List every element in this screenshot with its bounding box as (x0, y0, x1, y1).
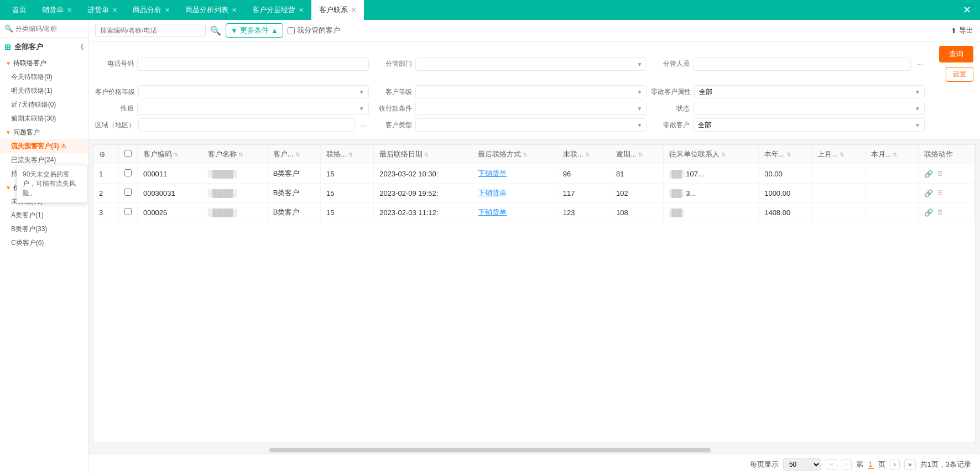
sort-icon: ⇅ (786, 152, 791, 158)
checkbox-header[interactable] (118, 145, 137, 164)
more-actions-icon[interactable]: ⠿ (937, 208, 943, 217)
more-conditions-button[interactable]: ▼ 更多条件 ▲ (226, 23, 283, 38)
query-button[interactable]: 查询 (939, 46, 973, 62)
row-type: B类客户 (267, 203, 320, 222)
sidebar-item-0-3[interactable]: 逾期未联络(30) (0, 112, 88, 126)
more-actions-icon[interactable]: ⠿ (937, 170, 943, 178)
horizontal-scrollbar[interactable] (93, 447, 976, 453)
link-icon[interactable]: 🔗 (924, 189, 933, 197)
row-checkbox[interactable] (124, 169, 132, 176)
scrollbar-thumb[interactable] (269, 448, 711, 452)
close-tab-purchase[interactable]: ✕ (112, 7, 117, 14)
row-actions[interactable]: 🔗 ⠿ (918, 184, 974, 203)
close-tab-customer-tier[interactable]: ✕ (299, 7, 304, 14)
close-tab-sales[interactable]: ✕ (67, 7, 72, 14)
row-last-method[interactable]: 下销货单 (472, 164, 557, 184)
sidebar-group-header-1[interactable]: ▼问题客户 (0, 126, 88, 139)
col-this-month: 本月...⇅ (865, 145, 918, 164)
main-search-input[interactable] (95, 24, 206, 37)
search-icon: 🔍 (4, 24, 13, 33)
close-tab-customer-contact[interactable]: ✕ (351, 7, 356, 14)
row-unlink-days: 123 (557, 203, 610, 222)
content-area: 🔍 ▼ 更多条件 ▲ 我分管的客户 ⬆ 导出 电话号码 (88, 20, 980, 475)
sidebar-item-0-2[interactable]: 近7天待联络(0) (0, 98, 88, 112)
region-dots-icon[interactable]: ··· (358, 121, 369, 129)
row-checkbox-cell[interactable] (118, 184, 137, 203)
my-customers-checkbox[interactable]: 我分管的客户 (288, 25, 340, 35)
row-last-method[interactable]: 下销货单 (472, 203, 557, 222)
sidebar-item-1-0[interactable]: 流失预警客户(3) ⚠ (0, 139, 88, 153)
first-page-button[interactable]: « (826, 459, 837, 470)
select-all-checkbox[interactable] (124, 150, 132, 157)
row-checkbox[interactable] (124, 208, 132, 215)
col-type: 客户...⇅ (267, 145, 320, 164)
sidebar-search-input[interactable] (15, 25, 84, 33)
last-method-link[interactable]: 下销货单 (478, 169, 507, 178)
col-last-month: 上月...⇅ (812, 145, 865, 164)
sidebar-item-2-3[interactable]: C类客户(6) (0, 236, 88, 250)
row-this-month (865, 203, 918, 222)
link-icon[interactable]: 🔗 (924, 208, 933, 217)
person-dots-icon[interactable]: ··· (914, 60, 925, 68)
scatter-customer-select-wrap: 全部 ▼ (693, 118, 925, 132)
page-size-select[interactable]: 50 100 200 (783, 458, 821, 471)
sidebar-item-2-1[interactable]: A类客户(1) (0, 208, 88, 222)
sidebar-group-header-0[interactable]: ▼待联络客户 (0, 56, 88, 70)
sidebar-item-2-2[interactable]: B类客户(33) (0, 222, 88, 236)
close-tab-goods-list[interactable]: ✕ (232, 7, 237, 14)
customer-type-select[interactable] (415, 118, 647, 132)
search-button[interactable]: 🔍 (210, 25, 221, 36)
sidebar-item-0-0[interactable]: 今天待联络(0) (0, 70, 88, 84)
close-tab-goods-analysis[interactable]: ✕ (165, 7, 170, 14)
payment-select[interactable] (415, 102, 647, 115)
sidebar-item-0-1[interactable]: 明天待联络(1) (0, 84, 88, 98)
row-checkbox-cell[interactable] (118, 203, 137, 222)
settings-gear-header[interactable]: ⚙ (93, 145, 118, 164)
person-input[interactable] (693, 58, 911, 71)
settings-button[interactable]: 设置 (946, 67, 973, 82)
close-window-button[interactable]: ✕ (958, 4, 976, 16)
status-select[interactable] (693, 102, 925, 115)
dept-select[interactable] (415, 58, 647, 71)
row-last-date: 2023-02-09 19:52: (374, 184, 472, 203)
scatter-customer-select[interactable]: 全部 (693, 118, 925, 132)
my-customers-check[interactable] (288, 27, 295, 34)
next-page-button[interactable]: › (890, 459, 900, 470)
prev-page-button[interactable]: ‹ (842, 459, 852, 470)
price-level-select[interactable] (138, 85, 369, 98)
tab-goods-analysis[interactable]: 商品分析✕ (125, 0, 178, 20)
sidebar-groups: ▼待联络客户今天待联络(0)明天待联络(1)近7天待联络(0)逾期未联络(30)… (0, 56, 88, 250)
tab-home[interactable]: 首页 (4, 0, 34, 20)
scatter-attr-select[interactable]: 全部 (694, 85, 925, 98)
last-method-link[interactable]: 下销货单 (478, 208, 507, 216)
tab-goods-list[interactable]: 商品分析列表✕ (178, 0, 244, 20)
tooltip-box: 90天未交易的客户，可能有流失风险。 (17, 165, 88, 203)
person-label: 分管人员 (651, 59, 690, 69)
main-container: 🔍 ⊞ 全部客户 《 ▼待联络客户今天待联络(0)明天待联络(1)近7天待联络(… (0, 20, 980, 475)
customer-level-select[interactable] (415, 85, 647, 98)
region-input[interactable] (138, 118, 355, 132)
row-checkbox[interactable] (124, 189, 132, 196)
tab-customer-tier[interactable]: 客户分层经营✕ (244, 0, 311, 20)
pagination-bar: 每页显示 50 100 200 « ‹ 第 1 页 › » 共1页，3条记录 (88, 453, 980, 475)
tab-sales[interactable]: 销货单✕ (34, 0, 80, 20)
filter-row-3: 性质 ▼ 收付款条件 ▼ 状态 (95, 102, 973, 115)
filter-row-4: 区域（地区） ··· 客户类型 ▼ 零散客户 全部 ▼ (95, 118, 973, 132)
nature-select[interactable] (137, 102, 369, 115)
row-actions[interactable]: 🔗 ⠿ (918, 203, 974, 222)
tab-customer-contact[interactable]: 客户联系✕ (311, 0, 364, 20)
link-icon[interactable]: 🔗 (924, 170, 933, 178)
grid-icon: ⊞ (4, 43, 11, 51)
filter-dept: 分管部门 ▼ (373, 58, 647, 71)
last-method-link[interactable]: 下销货单 (478, 189, 507, 197)
export-button[interactable]: ⬆ 导出 (951, 25, 973, 35)
tab-purchase[interactable]: 进货单✕ (80, 0, 125, 20)
row-checkbox-cell[interactable] (118, 164, 137, 184)
phone-input[interactable] (137, 58, 369, 71)
sidebar-all-customers[interactable]: ⊞ 全部客户 《 (0, 38, 88, 56)
table-row: 3 000026 ████ B类客户 15 2023-02-03 11:12: … (93, 203, 975, 222)
row-last-method[interactable]: 下销货单 (472, 184, 557, 203)
row-actions[interactable]: 🔗 ⠿ (918, 164, 974, 184)
last-page-button[interactable]: » (904, 459, 916, 470)
more-actions-icon[interactable]: ⠿ (937, 189, 943, 197)
